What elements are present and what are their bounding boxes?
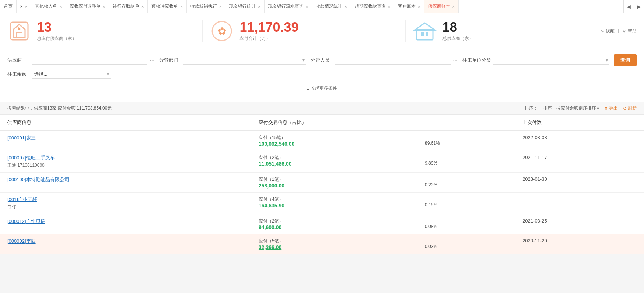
results-bar: 搜索结果中，供应商13家 应付金额 111,703,854.00元 排序： 排序… (0, 102, 644, 115)
video-link[interactable]: ⊙ 视频 (601, 28, 614, 34)
nav-arrows: ◀ ▶ (623, 0, 644, 13)
payable-count-5: 应付（5笔） (259, 238, 410, 244)
tab-close-cash-bank-flow[interactable]: × (306, 4, 308, 9)
nav-tab-overdue-ar[interactable]: 超期应收款查询× (351, 0, 394, 13)
table-row: [001]广州荣轩仔仔应付（4笔）164,635.900.15% (0, 193, 644, 214)
category-select-wrapper: ▾ (493, 56, 610, 65)
payable-amount-5[interactable]: 32,366.00 (259, 244, 410, 250)
supplier-table: 供应商信息 应付交易信息（占比） 上次付数 [000001]张三应付（15笔）1… (0, 115, 644, 254)
supplier-link-0[interactable]: [000001]张三 (7, 135, 36, 141)
sort-label: 排序： (525, 105, 538, 111)
supplier-dots[interactable]: ··· (150, 57, 154, 63)
payable-cell-3: 应付（4笔）164,635.90 (251, 193, 417, 214)
person-input[interactable] (335, 56, 451, 65)
payable-pct-cell-2: 0.23% (417, 173, 515, 193)
card-1-label: 总应付供应商（家） (37, 35, 77, 42)
results-summary: 搜索结果中，供应商13家 应付金额 111,703,854.00元 (7, 105, 112, 111)
nav-tab-ar-ap-adjust[interactable]: 应收应付调整单× (66, 0, 109, 13)
tab-close-prepay-ar[interactable]: × (180, 4, 182, 9)
nav-tab-prepay-ar[interactable]: 预收冲应收单× (148, 0, 186, 13)
nav-tab-cash-bank-stat[interactable]: 现金银行统计× (225, 0, 264, 13)
supplier-link-3[interactable]: [001]广州荣轩 (7, 197, 37, 202)
last-pay-cell-2: 2023-01-30 (515, 173, 644, 193)
payable-amount-0[interactable]: 100,092,540.00 (259, 141, 410, 147)
help-link[interactable]: ⊙ 帮助 (623, 28, 637, 34)
nav-tab-cash-bank-flow[interactable]: 现金银行流水查询× (265, 0, 312, 13)
sort-chevron-icon: ▾ (597, 106, 599, 111)
category-select[interactable] (493, 56, 610, 65)
tab-close-payment-stat[interactable]: × (344, 4, 347, 9)
svg-rect-9 (426, 32, 428, 36)
supplier-link-1[interactable]: [000007]恒旺二手叉车 (7, 155, 55, 161)
tab-close-customer-ledger[interactable]: × (418, 4, 420, 9)
tab-close-other-income[interactable]: × (59, 4, 62, 9)
table-header: 供应商信息 应付交易信息（占比） 上次付数 (0, 115, 644, 131)
dept-select[interactable] (183, 56, 307, 65)
supplier-link-5[interactable]: [000002]李四 (7, 238, 36, 244)
payable-cell-1: 应付（2笔）11,051,486.00 (251, 151, 417, 173)
tab-close-bank-deposit[interactable]: × (141, 4, 144, 9)
table-header-row: 供应商信息 应付交易信息（占比） 上次付数 (0, 115, 644, 131)
tab-close-tab3[interactable]: × (25, 4, 27, 9)
export-button[interactable]: ⬆ 导出 (604, 105, 618, 111)
filter-person: 分管人员 ··· (311, 56, 458, 65)
refresh-button[interactable]: ↺ 刷新 (623, 105, 637, 111)
nav-arrow-left[interactable]: ◀ (623, 0, 634, 13)
nav-tab-customer-ledger[interactable]: 客户账本× (394, 0, 424, 13)
th-payable: 应付交易信息（占比） (251, 115, 515, 131)
balance-select[interactable]: 选择... (32, 70, 111, 79)
tab-close-cash-bank-stat[interactable]: × (258, 4, 260, 9)
nav-tab-tab3[interactable]: 3× (17, 0, 31, 13)
table-row: [000007]恒旺二手叉车王通 17106110000应付（2笔）11,051… (0, 151, 644, 173)
last-pay-cell-3 (515, 193, 644, 214)
tab-close-ar-ap-adjust[interactable]: × (103, 4, 105, 9)
filter-area: 供应商 ··· 分管部门 ▾ 分管人员 ··· 往来单位分类 (0, 49, 644, 102)
nav-tab-supplier-ledger[interactable]: 供应商账本× (424, 0, 459, 13)
collapse-chevron-icon: ▴ (307, 86, 309, 91)
query-button[interactable]: 查询 (614, 54, 637, 66)
payable-count-1: 应付（2笔） (259, 155, 410, 161)
nav-tab-bank-deposit[interactable]: 银行存取款单× (109, 0, 148, 13)
summary-card-2: ✿ 11,170.39 应付合计（万） (210, 19, 398, 43)
last-pay-cell-5: 2020-11-20 (515, 234, 644, 254)
nav-tab-payment-stat[interactable]: 收款情况统计× (312, 0, 351, 13)
table-row: [000002]李四应付（5笔）32,366.000.03%2020-11-20 (0, 234, 644, 254)
nav-tab-payment-verify[interactable]: 收款核销执行× (187, 0, 225, 13)
supplier-link-2[interactable]: [000100]本特勤油品有限公司 (7, 177, 69, 182)
th-supplier: 供应商信息 (0, 115, 251, 131)
th-last-pay: 上次付数 (515, 115, 644, 131)
payable-pct-cell-3: 0.15% (417, 193, 515, 214)
store-icon (413, 19, 437, 43)
supplier-cell-4: [000012]广州贝瑞 (0, 214, 251, 234)
table-body: [000001]张三应付（15笔）100,092,540.0089.61%202… (0, 131, 644, 254)
svg-rect-2 (16, 32, 22, 38)
person-dots[interactable]: ··· (453, 57, 458, 63)
nav-tab-other-income[interactable]: 其他收入单× (31, 0, 66, 13)
collapse-button[interactable]: ▴ 收起更多条件 (301, 83, 343, 94)
supplier-link-4[interactable]: [000012]广州贝瑞 (7, 218, 45, 224)
svg-text:¥: ¥ (17, 25, 21, 31)
tab-close-payment-verify[interactable]: × (219, 4, 221, 9)
card-3-label: 总供应商（家） (442, 35, 473, 42)
nav-tab-home[interactable]: 首页 (0, 0, 17, 13)
category-label: 往来单位分类 (462, 57, 491, 63)
payable-amount-2[interactable]: 258,000.00 (259, 183, 410, 189)
payable-amount-4[interactable]: 94,600.00 (259, 224, 410, 230)
tab-close-overdue-ar[interactable]: × (388, 4, 390, 9)
filter-supplier: 供应商 ··· (7, 56, 155, 65)
sort-button[interactable]: 排序：按应付余额倒序排序 ▾ (543, 105, 599, 111)
balance-label: 往来余额 (7, 71, 29, 77)
card-2-label: 应付合计（万） (239, 35, 298, 42)
payable-pct-cell-0: 89.61% (417, 131, 515, 151)
nav-arrow-right[interactable]: ▶ (634, 0, 644, 13)
payable-amount-1[interactable]: 11,051,486.00 (259, 161, 410, 167)
help-links: ⊙ 视频 | ⊙ 帮助 (601, 28, 637, 34)
supplier-cell-2: [000100]本特勤油品有限公司 (0, 173, 251, 193)
payable-count-4: 应付（2笔） (259, 218, 410, 224)
payable-amount-3[interactable]: 164,635.90 (259, 203, 410, 208)
supplier-cell-5: [000002]李四 (0, 234, 251, 254)
last-pay-cell-4: 2021-03-25 (515, 214, 644, 234)
tab-close-supplier-ledger[interactable]: × (452, 4, 455, 9)
supplier-input[interactable] (32, 56, 147, 65)
payable-pct-cell-1: 9.89% (417, 151, 515, 173)
